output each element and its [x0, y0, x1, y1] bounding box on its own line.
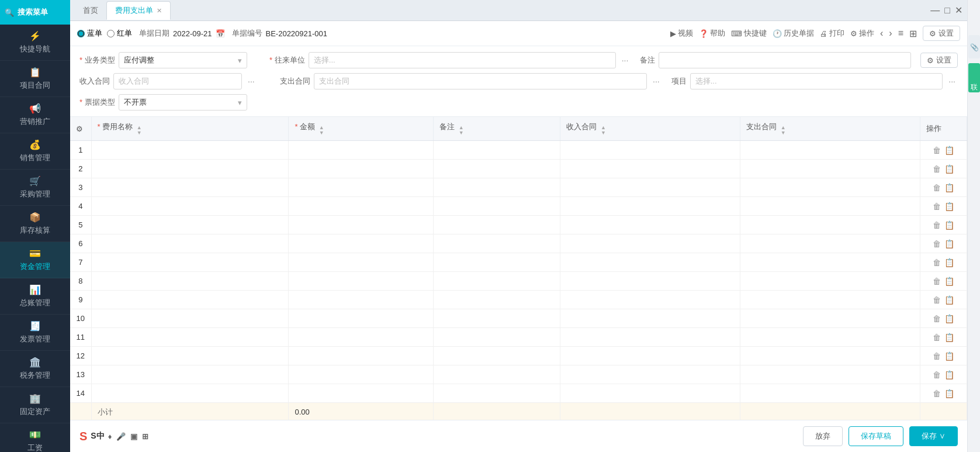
- sidebar-item-capital[interactable]: 💳 资金管理: [0, 242, 70, 278]
- sidebar-item-assets[interactable]: 🏢 固定资产: [0, 387, 70, 423]
- row-copy-9[interactable]: 📋: [944, 295, 954, 305]
- row-expense-contract-11[interactable]: [740, 328, 920, 347]
- sidebar-item-quick-nav[interactable]: ⚡ 快捷导航: [0, 25, 70, 61]
- sidebar-item-accounting[interactable]: 📊 总账管理: [0, 278, 70, 315]
- row-note-10[interactable]: [434, 309, 560, 328]
- row-expense-name-7[interactable]: [91, 253, 289, 272]
- row-copy-7[interactable]: 📋: [944, 258, 954, 267]
- row-note-4[interactable]: [434, 197, 560, 216]
- row-expense-contract-10[interactable]: [740, 309, 920, 328]
- sidebar-item-marketing[interactable]: 📢 营销推广: [0, 97, 70, 133]
- date-value[interactable]: 2022-09-21: [173, 29, 212, 38]
- row-delete-12[interactable]: 🗑: [933, 351, 941, 361]
- sort-arrows-expense-contract[interactable]: ▲▼: [781, 125, 786, 136]
- shortcut-action[interactable]: ⌨ 快捷键: [731, 28, 767, 39]
- row-income-contract-6[interactable]: [560, 234, 740, 253]
- row-note-7[interactable]: [434, 253, 560, 272]
- project-input[interactable]: 选择...: [690, 73, 943, 89]
- row-delete-13[interactable]: 🗑: [933, 370, 941, 379]
- income-contract-input[interactable]: 收入合同: [113, 73, 242, 89]
- row-expense-name-14[interactable]: [91, 384, 289, 403]
- row-amount-12[interactable]: [289, 347, 434, 365]
- row-income-contract-4[interactable]: [560, 197, 740, 216]
- row-amount-9[interactable]: [289, 291, 434, 309]
- sort-arrows-expense-name[interactable]: ▲▼: [137, 125, 142, 136]
- row-income-contract-12[interactable]: [560, 347, 740, 365]
- tab-expense-close[interactable]: ✕: [157, 7, 162, 15]
- right-edge-tab1[interactable]: 📎: [968, 35, 980, 58]
- row-delete-5[interactable]: 🗑: [933, 220, 941, 230]
- row-income-contract-8[interactable]: [560, 272, 740, 291]
- row-expense-contract-9[interactable]: [740, 291, 920, 309]
- row-income-contract-5[interactable]: [560, 216, 740, 234]
- expense-contract-more-button[interactable]: ···: [650, 77, 662, 86]
- row-amount-14[interactable]: [289, 384, 434, 403]
- tab-home[interactable]: 首页: [75, 2, 106, 19]
- row-expense-name-13[interactable]: [91, 365, 289, 384]
- save-button[interactable]: 保存 ∨: [909, 426, 958, 446]
- right-settings-button[interactable]: ⚙ 设置: [920, 53, 958, 68]
- sidebar-item-inventory[interactable]: 📦 库存核算: [0, 206, 70, 242]
- row-expense-contract-8[interactable]: [740, 272, 920, 291]
- row-note-13[interactable]: [434, 365, 560, 384]
- row-delete-2[interactable]: 🗑: [933, 164, 941, 174]
- row-note-9[interactable]: [434, 291, 560, 309]
- row-income-contract-10[interactable]: [560, 309, 740, 328]
- row-expense-name-5[interactable]: [91, 216, 289, 234]
- row-delete-6[interactable]: 🗑: [933, 239, 941, 249]
- row-copy-2[interactable]: 📋: [944, 164, 954, 174]
- expense-contract-input[interactable]: 支出合同: [314, 73, 647, 89]
- brand-icon-2[interactable]: 🎤: [116, 432, 126, 441]
- row-note-8[interactable]: [434, 272, 560, 291]
- row-expense-contract-2[interactable]: [740, 160, 920, 178]
- row-delete-9[interactable]: 🗑: [933, 295, 941, 305]
- row-expense-name-3[interactable]: [91, 178, 289, 197]
- row-amount-11[interactable]: [289, 328, 434, 347]
- blue-bill-radio[interactable]: 蓝单: [77, 28, 102, 39]
- row-delete-10[interactable]: 🗑: [933, 314, 941, 323]
- row-copy-1[interactable]: 📋: [944, 146, 954, 155]
- brand-icon-1[interactable]: ♦: [108, 432, 112, 441]
- sidebar-item-salary[interactable]: 💵 工资: [0, 423, 70, 452]
- help-action[interactable]: ❓ 帮助: [699, 28, 725, 39]
- right-edge-tab2[interactable]: 联: [968, 63, 980, 92]
- row-amount-5[interactable]: [289, 216, 434, 234]
- row-income-contract-14[interactable]: [560, 384, 740, 403]
- sidebar-item-project-contract[interactable]: 📋 项目合同: [0, 61, 70, 97]
- row-income-contract-9[interactable]: [560, 291, 740, 309]
- row-copy-14[interactable]: 📋: [944, 389, 954, 398]
- row-copy-12[interactable]: 📋: [944, 351, 954, 361]
- row-expense-name-6[interactable]: [91, 234, 289, 253]
- business-type-select[interactable]: 应付调整 ▾: [119, 52, 247, 68]
- window-minimize-button[interactable]: —: [930, 5, 940, 16]
- th-settings[interactable]: ⚙: [70, 117, 91, 141]
- row-delete-11[interactable]: 🗑: [933, 333, 941, 342]
- row-delete-3[interactable]: 🗑: [933, 183, 941, 192]
- row-income-contract-1[interactable]: [560, 141, 740, 160]
- video-action[interactable]: ▶ 视频: [670, 28, 693, 39]
- print-action[interactable]: 🖨 打印: [820, 28, 844, 39]
- row-income-contract-3[interactable]: [560, 178, 740, 197]
- row-amount-1[interactable]: [289, 141, 434, 160]
- row-amount-10[interactable]: [289, 309, 434, 328]
- sidebar-item-tax[interactable]: 🏛️ 税务管理: [0, 351, 70, 387]
- note-input[interactable]: [659, 52, 911, 68]
- row-amount-8[interactable]: [289, 272, 434, 291]
- row-copy-10[interactable]: 📋: [944, 314, 954, 323]
- row-expense-name-4[interactable]: [91, 197, 289, 216]
- row-amount-3[interactable]: [289, 178, 434, 197]
- nav-prev-button[interactable]: ‹: [880, 28, 883, 39]
- row-copy-4[interactable]: 📋: [944, 202, 954, 211]
- row-expense-contract-12[interactable]: [740, 347, 920, 365]
- row-expense-contract-14[interactable]: [740, 384, 920, 403]
- row-note-11[interactable]: [434, 328, 560, 347]
- income-contract-more-button[interactable]: ···: [245, 77, 257, 86]
- sidebar-item-purchase[interactable]: 🛒 采购管理: [0, 170, 70, 206]
- row-note-1[interactable]: [434, 141, 560, 160]
- row-expense-name-11[interactable]: [91, 328, 289, 347]
- row-amount-2[interactable]: [289, 160, 434, 178]
- sidebar-item-sales[interactable]: 💰 销售管理: [0, 133, 70, 170]
- discard-button[interactable]: 放弃: [803, 426, 843, 446]
- operation-action[interactable]: ⚙ 操作: [850, 28, 874, 39]
- row-copy-8[interactable]: 📋: [944, 277, 954, 286]
